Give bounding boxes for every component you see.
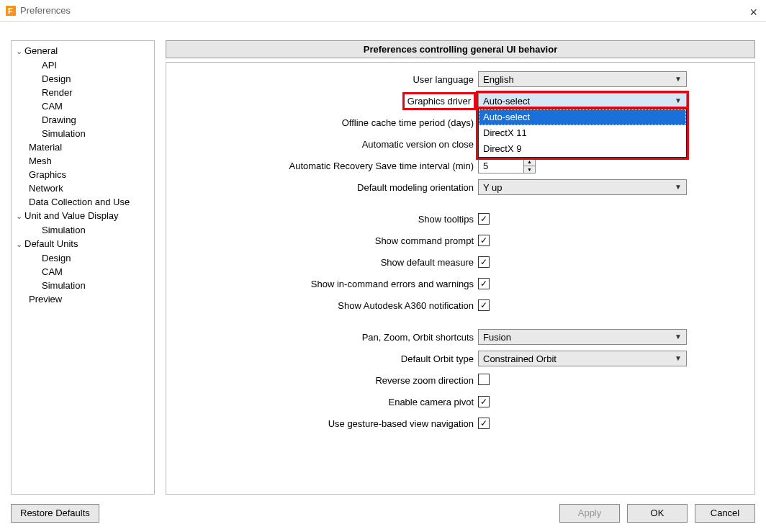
apply-button[interactable]: Apply xyxy=(559,504,620,523)
tree-item[interactable]: CAM xyxy=(12,99,154,113)
row-show-errors: Show in-command errors and warnings ✓ xyxy=(178,276,743,292)
row-default-orientation: Default modeling orientation Y up ▼ xyxy=(178,179,743,195)
ok-button[interactable]: OK xyxy=(627,504,688,523)
chevron-down-icon: ⌄ xyxy=(16,210,24,222)
tree-item-label: Simulation xyxy=(42,225,86,235)
tree-item[interactable]: API xyxy=(12,58,154,72)
combo-orbit-type[interactable]: Constrained Orbit ▼ xyxy=(478,351,687,366)
row-show-default-measure: Show default measure ✓ xyxy=(178,254,743,270)
row-auto-recovery: Automatic Recovery Save time interval (m… xyxy=(178,158,743,173)
titlebar: F Preferences × xyxy=(0,0,766,22)
tree-item[interactable]: Simulation xyxy=(12,127,154,140)
label-graphics-driver: Graphics driver xyxy=(178,96,478,107)
preferences-tree[interactable]: ⌄GeneralAPIDesignRenderCAMDrawingSimulat… xyxy=(11,40,155,495)
checkbox-show-errors[interactable]: ✓ xyxy=(478,278,490,289)
tree-item-label: CAM xyxy=(42,101,63,112)
checkbox-show-a360[interactable]: ✓ xyxy=(478,299,490,311)
label-show-tooltips: Show tooltips xyxy=(178,214,478,225)
close-icon[interactable]: × xyxy=(749,5,757,20)
row-reverse-zoom: Reverse zoom direction xyxy=(178,372,743,388)
chevron-down-icon: ▼ xyxy=(675,75,682,83)
spin-up-icon: ▲ xyxy=(524,158,535,166)
label-user-language: User language xyxy=(178,74,478,85)
tree-item-label: General xyxy=(24,45,58,56)
chevron-down-icon: ▼ xyxy=(675,183,682,191)
row-pzo: Pan, Zoom, Orbit shortcuts Fusion ▼ xyxy=(178,329,743,345)
tree-item-label: Unit and Value Display xyxy=(24,210,119,221)
checkbox-show-tooltips[interactable]: ✓ xyxy=(478,213,490,225)
row-camera-pivot: Enable camera pivot ✓ xyxy=(178,394,743,410)
row-graphics-driver: Graphics driver Auto-select ▼ Auto-selec… xyxy=(178,93,743,109)
combo-pzo[interactable]: Fusion ▼ xyxy=(478,329,687,345)
tree-item-label: Design xyxy=(42,253,71,263)
tree-item[interactable]: Graphics xyxy=(12,168,154,181)
tree-item-label: Simulation xyxy=(42,128,86,139)
app-logo-icon: F xyxy=(6,6,16,16)
panel-header: Preferences controlling general UI behav… xyxy=(166,40,755,58)
tree-item[interactable]: Design xyxy=(12,72,154,86)
content-area: ⌄GeneralAPIDesignRenderCAMDrawingSimulat… xyxy=(11,40,755,495)
row-show-a360: Show Autodesk A360 notification ✓ xyxy=(178,297,743,313)
window-title: Preferences xyxy=(20,5,71,16)
tree-item-label: Design xyxy=(42,73,71,84)
tree-item[interactable]: Render xyxy=(12,86,154,99)
row-user-language: User language English ▼ xyxy=(178,71,743,87)
dropdown-option[interactable]: Auto-select xyxy=(479,109,686,125)
tree-item-label: Drawing xyxy=(42,114,76,125)
tree-item[interactable]: Drawing xyxy=(12,113,154,127)
checkbox-show-default-measure[interactable]: ✓ xyxy=(478,256,490,268)
combo-user-language[interactable]: English ▼ xyxy=(478,71,687,87)
spinner-auto-recovery[interactable]: 5 ▲▼ xyxy=(478,158,536,173)
main-panel: Preferences controlling general UI behav… xyxy=(166,40,755,495)
checkbox-reverse-zoom[interactable] xyxy=(478,374,490,385)
tree-item[interactable]: ⌄General xyxy=(12,44,154,58)
spinner-buttons[interactable]: ▲▼ xyxy=(523,158,535,173)
tree-item[interactable]: Data Collection and Use xyxy=(12,195,154,209)
tree-item[interactable]: ⌄Unit and Value Display xyxy=(12,209,154,223)
tree-item[interactable]: Material xyxy=(12,140,154,154)
label-offline-cache: Offline cache time period (days) xyxy=(178,117,478,128)
tree-item-label: Graphics xyxy=(29,169,66,180)
chevron-down-icon: ⌄ xyxy=(16,238,24,251)
tree-item[interactable]: Mesh xyxy=(12,154,154,168)
tree-item-label: Network xyxy=(29,183,63,194)
combo-graphics-driver[interactable]: Auto-select ▼ xyxy=(478,93,687,109)
dropdown-option[interactable]: DirectX 11 xyxy=(479,125,686,141)
chevron-down-icon: ▼ xyxy=(675,333,682,341)
tree-item-label: Data Collection and Use xyxy=(29,197,130,207)
chevron-down-icon: ⌄ xyxy=(16,45,24,58)
tree-item-label: Simulation xyxy=(42,280,86,291)
dropdown-option[interactable]: DirectX 9 xyxy=(479,141,686,157)
tree-item[interactable]: Simulation xyxy=(12,223,154,237)
checkbox-gesture-nav[interactable]: ✓ xyxy=(478,418,490,429)
svg-text:F: F xyxy=(8,6,13,15)
footer: Restore Defaults Apply OK Cancel xyxy=(11,503,755,523)
tree-item-label: CAM xyxy=(42,266,63,277)
label-default-orientation: Default modeling orientation xyxy=(178,182,478,193)
row-gesture-nav: Use gesture-based view navigation ✓ xyxy=(178,415,743,431)
row-orbit-type: Default Orbit type Constrained Orbit ▼ xyxy=(178,351,743,366)
combo-default-orientation[interactable]: Y up ▼ xyxy=(478,179,687,195)
tree-item[interactable]: Design xyxy=(12,251,154,265)
graphics-driver-dropdown[interactable]: Auto-select DirectX 11 DirectX 9 xyxy=(478,109,687,158)
tree-item-label: Material xyxy=(29,142,62,153)
chevron-down-icon: ▼ xyxy=(675,354,682,362)
checkbox-camera-pivot[interactable]: ✓ xyxy=(478,396,490,407)
tree-item[interactable]: ⌄Default Units xyxy=(12,237,154,251)
row-show-tooltips: Show tooltips ✓ xyxy=(178,211,743,227)
row-show-command-prompt: Show command prompt ✓ xyxy=(178,233,743,248)
panel-body: User language English ▼ Graphics driver … xyxy=(166,62,755,495)
tree-item[interactable]: Simulation xyxy=(12,279,154,292)
tree-item-label: Preview xyxy=(29,294,62,305)
label-auto-recovery: Automatic Recovery Save time interval (m… xyxy=(178,161,478,171)
spin-down-icon: ▼ xyxy=(524,166,535,173)
chevron-down-icon: ▼ xyxy=(675,96,682,104)
tree-item-label: Default Units xyxy=(24,238,78,249)
tree-item[interactable]: CAM xyxy=(12,265,154,279)
restore-defaults-button[interactable]: Restore Defaults xyxy=(11,504,99,523)
tree-item[interactable]: Preview xyxy=(12,292,154,306)
cancel-button[interactable]: Cancel xyxy=(695,504,755,523)
tree-item[interactable]: Network xyxy=(12,181,154,195)
checkbox-show-command-prompt[interactable]: ✓ xyxy=(478,235,490,246)
tree-item-label: Render xyxy=(42,87,73,98)
